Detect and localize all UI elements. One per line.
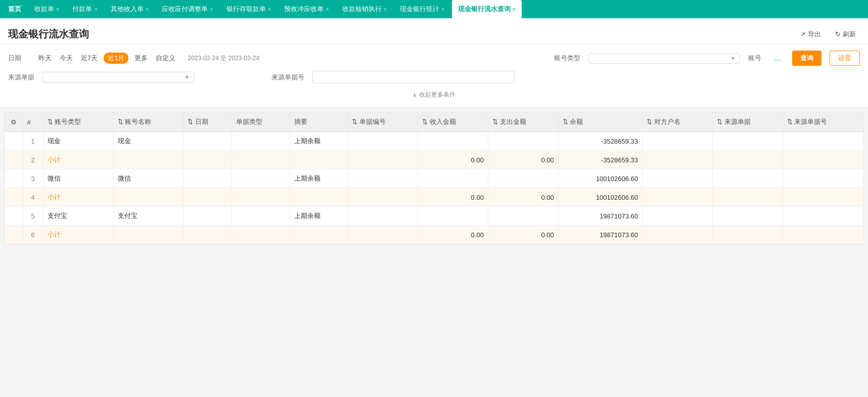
gear-column-header[interactable]: ⚙ [5, 112, 23, 132]
nav-tab-statistics[interactable]: 现金银行统计 × [394, 0, 450, 18]
row-date [184, 169, 232, 188]
cashflow-tab-label: 现金银行流水查询 [458, 5, 511, 14]
row-source-doc [712, 188, 783, 207]
query-button[interactable]: 查询 [792, 51, 821, 66]
refresh-label: 刷新 [843, 30, 856, 39]
date-shortcut-7days[interactable]: 近7天 [79, 53, 100, 64]
row-date [184, 132, 232, 151]
row-expense: 0.00 [488, 151, 558, 169]
account-type-select[interactable]: ▼ [588, 53, 740, 64]
row-income [418, 132, 488, 151]
row-summary: 上期余额 [290, 207, 348, 226]
filter-row-2: 来源单据 ▼ 来源单据号 [8, 71, 860, 83]
date-shortcut-yesterday[interactable]: 昨天 [36, 53, 54, 64]
row-balance: 19871073.60 [558, 207, 642, 226]
row-summary [290, 151, 348, 169]
balance-column-header[interactable]: ⇅ 余额 [558, 112, 642, 132]
source-doc-column-header[interactable]: ⇅ 来源单据 [712, 112, 783, 132]
account-type-column-header[interactable]: ⇅ 账号类型 [43, 112, 113, 132]
row-doc-no [348, 207, 418, 226]
source-doc-no-field[interactable] [317, 73, 510, 81]
row-income: 0.00 [418, 151, 488, 169]
other-income-tab-close[interactable]: × [146, 6, 149, 12]
row-expense [488, 169, 558, 188]
date-column-header[interactable]: ⇅ 日期 [184, 112, 232, 132]
row-gear [5, 132, 23, 151]
nav-tab-bank[interactable]: 银行存取款单 × [220, 0, 277, 18]
date-shortcut-custom[interactable]: 自定义 [154, 53, 177, 64]
date-shortcut-1month[interactable]: 近1月 [104, 53, 128, 64]
nav-tab-other-income[interactable]: 其他收入单 × [105, 0, 155, 18]
row-doc-no [348, 132, 418, 151]
row-source-doc [712, 226, 783, 244]
table-header-row: ⚙ # ⇅ 账号类型 ⇅ 账号名称 ⇅ 日期 单据类型 摘要 ⇅ 单据编号 ⇅ … [5, 112, 863, 132]
row-account-name: 支付宝 [113, 207, 184, 226]
row-doc-type [232, 207, 290, 226]
cashflow-tab-close[interactable]: × [513, 6, 516, 12]
nav-tab-adjustment[interactable]: 应收应付调整单 × [156, 0, 219, 18]
row-balance: -3528659.33 [558, 151, 642, 169]
filter-area: 日期 昨天 今天 近7天 近1月 更多 自定义 2023-02-24 至 202… [0, 45, 868, 108]
row-source-doc [712, 207, 783, 226]
row-source-doc-no [783, 226, 863, 244]
collapse-bar[interactable]: ∧ 收起更多条件 [8, 89, 860, 101]
counterparty-column-header[interactable]: ⇅ 对方户名 [643, 112, 713, 132]
source-doc-no-column-header[interactable]: ⇅ 来源单据号 [783, 112, 863, 132]
source-doc-select[interactable]: ▼ [42, 72, 194, 82]
verification-tab-close[interactable]: × [384, 6, 387, 12]
doc-type-column-header: 单据类型 [232, 112, 290, 132]
row-source-doc-no [783, 207, 863, 226]
table-row: 4小计0.000.00100102606.60 [5, 188, 863, 207]
nav-tab-home[interactable]: 首页 [2, 0, 27, 18]
row-balance: 100102606.60 [558, 169, 642, 188]
settings-button[interactable]: 设置 [830, 51, 860, 66]
prepay-tab-close[interactable]: × [326, 6, 329, 12]
other-income-tab-label: 其他收入单 [111, 5, 144, 14]
payment-tab-close[interactable]: × [94, 6, 97, 12]
row-doc-no [348, 188, 418, 207]
row-doc-no [348, 226, 418, 244]
account-name-column-header[interactable]: ⇅ 账号名称 [113, 112, 184, 132]
row-doc-no [348, 169, 418, 188]
row-date [184, 226, 232, 244]
collapse-label: 收起更多条件 [419, 91, 455, 99]
adjustment-tab-close[interactable]: × [210, 6, 213, 12]
income-column-header[interactable]: ⇅ 收入金额 [418, 112, 488, 132]
row-source-doc-no [783, 169, 863, 188]
account-type-label: 账号类型 [554, 54, 580, 63]
row-gear [5, 188, 23, 207]
row-income: 0.00 [418, 188, 488, 207]
nav-tab-cashflow[interactable]: 现金银行流水查询 × [452, 0, 522, 18]
account-type-arrow-icon: ▼ [730, 56, 736, 61]
row-number: 4 [23, 188, 43, 207]
export-button[interactable]: ↗ 导出 [796, 28, 825, 41]
row-source-doc [712, 169, 783, 188]
row-doc-type [232, 169, 290, 188]
expense-column-header[interactable]: ⇅ 支出金额 [488, 112, 558, 132]
nav-tab-prepay[interactable]: 预收冲应收单 × [278, 0, 335, 18]
source-doc-no-label: 来源单据号 [271, 73, 304, 82]
adjustment-tab-label: 应收应付调整单 [162, 5, 208, 14]
nav-tab-payment[interactable]: 付款单 × [66, 0, 103, 18]
row-gear [5, 226, 23, 244]
table-row: 2小计0.000.00-3528659.33 [5, 151, 863, 169]
source-doc-no-input[interactable] [312, 71, 515, 83]
bank-tab-label: 银行存取款单 [226, 5, 266, 14]
source-doc-arrow-icon: ▼ [185, 74, 190, 80]
date-shortcut-today[interactable]: 今天 [58, 53, 75, 64]
receipt-tab-close[interactable]: × [56, 6, 59, 12]
table-container: ⚙ # ⇅ 账号类型 ⇅ 账号名称 ⇅ 日期 单据类型 摘要 ⇅ 单据编号 ⇅ … [4, 112, 864, 245]
home-tab-label: 首页 [8, 5, 21, 14]
nav-tab-receipt[interactable]: 收款单 × [28, 0, 65, 18]
row-counterparty [643, 207, 713, 226]
row-expense: 0.00 [488, 226, 558, 244]
data-table: ⚙ # ⇅ 账号类型 ⇅ 账号名称 ⇅ 日期 单据类型 摘要 ⇅ 单据编号 ⇅ … [5, 112, 863, 244]
account-dots-button[interactable]: ... [771, 53, 784, 64]
doc-no-column-header[interactable]: ⇅ 单据编号 [348, 112, 418, 132]
statistics-tab-close[interactable]: × [441, 6, 444, 12]
date-shortcut-more[interactable]: 更多 [132, 53, 150, 64]
nav-tab-verification[interactable]: 收款核销执行 × [336, 0, 393, 18]
table-row: 3微信微信上期余额100102606.60 [5, 169, 863, 188]
refresh-button[interactable]: ↻ 刷新 [831, 28, 860, 41]
bank-tab-close[interactable]: × [268, 6, 271, 12]
